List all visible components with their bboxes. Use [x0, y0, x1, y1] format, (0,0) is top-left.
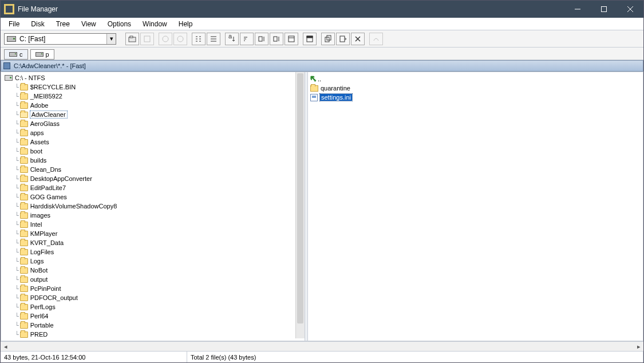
- toolbar-btn-1[interactable]: [125, 33, 139, 45]
- drive-tab-c[interactable]: c: [4, 49, 28, 60]
- maximize-button[interactable]: [591, 1, 617, 18]
- app-icon: [4, 4, 14, 14]
- folder-icon: [20, 332, 28, 338]
- tree-node[interactable]: └AdwCleaner: [5, 110, 302, 119]
- tree-node[interactable]: └PerfLogs: [5, 302, 302, 311]
- folder-icon: [20, 157, 28, 164]
- scroll-left-icon[interactable]: ◂: [1, 342, 10, 351]
- tree-node[interactable]: └Portable: [5, 321, 302, 330]
- drive-tab-p[interactable]: p: [30, 49, 54, 60]
- tree-node[interactable]: └AeroGlass: [5, 119, 302, 128]
- toolbar-sort-5[interactable]: [285, 33, 298, 45]
- folder-icon: [20, 176, 28, 182]
- toolbar-btn-4[interactable]: [173, 33, 187, 45]
- drive-selector[interactable]: C: [Fast] ▾: [4, 33, 116, 45]
- tree-node[interactable]: └output: [5, 275, 302, 284]
- toolbar-copy[interactable]: [321, 33, 335, 45]
- tree-node[interactable]: └KVRT_Data: [5, 238, 302, 247]
- menu-window[interactable]: Window: [137, 19, 173, 29]
- tree-node-label: NoBot: [30, 267, 48, 274]
- svg-text:a: a: [228, 35, 232, 40]
- tree-node[interactable]: └Adobe: [5, 101, 302, 110]
- toolbar-btn-2[interactable]: [140, 33, 154, 45]
- tree-node-label: DesktopAppConverter: [30, 175, 92, 182]
- tree-node[interactable]: └NoBot: [5, 266, 302, 275]
- toolbar-sort-4[interactable]: [270, 33, 283, 45]
- folder-item[interactable]: quarantine: [310, 84, 641, 93]
- toolbar-extra[interactable]: [369, 33, 383, 45]
- menu-view[interactable]: View: [76, 19, 102, 29]
- tree-node[interactable]: └HarddiskVolumeShadowCopy8: [5, 202, 302, 211]
- tree-node[interactable]: └KMPlayer: [5, 229, 302, 238]
- toolbar-new-window[interactable]: [303, 33, 317, 45]
- folder-icon: [20, 258, 28, 265]
- menu-options[interactable]: Options: [102, 19, 137, 29]
- tree-node[interactable]: └Clean_Dns: [5, 165, 302, 174]
- tree-node[interactable]: └Intel: [5, 220, 302, 229]
- menu-disk[interactable]: Disk: [25, 19, 50, 29]
- tree-node[interactable]: └Assets: [5, 137, 302, 147]
- toolbar-btn-3[interactable]: [159, 33, 172, 45]
- tree-node[interactable]: └_MEI85922: [5, 92, 302, 101]
- folder-icon: [20, 148, 28, 155]
- toolbar-sort-1[interactable]: a: [225, 33, 239, 45]
- folder-icon: [20, 203, 28, 210]
- scroll-right-icon[interactable]: ▸: [634, 342, 643, 351]
- tree-node[interactable]: └GOG Games: [5, 192, 302, 202]
- tree-node[interactable]: └apps: [5, 128, 302, 137]
- minimize-button[interactable]: [564, 1, 591, 18]
- horizontal-scrollbar[interactable]: ◂ ▸: [1, 341, 643, 351]
- close-button[interactable]: [617, 1, 643, 18]
- tree-node[interactable]: └PRED: [5, 330, 302, 339]
- tree-node-label: output: [30, 276, 48, 283]
- tree-node[interactable]: └builds: [5, 156, 302, 165]
- file-item[interactable]: settings.ini: [310, 93, 641, 102]
- toolbar-sort-2[interactable]: [240, 33, 254, 45]
- menu-tree[interactable]: Tree: [50, 19, 76, 29]
- svg-rect-22: [259, 37, 262, 41]
- folder-icon: [20, 93, 28, 100]
- tree-node[interactable]: └$RECYCLE.BIN: [5, 82, 302, 92]
- folder-tree-pane[interactable]: C:\ - NTFS└$RECYCLE.BIN└_MEI85922└Adobe└…: [1, 72, 305, 341]
- tree-node-label: C:\ - NTFS: [15, 74, 45, 81]
- file-updir[interactable]: 🡴..: [310, 74, 641, 84]
- tree-node[interactable]: └images: [5, 211, 302, 220]
- tree-node-label: PcPinPoint: [30, 285, 61, 292]
- tree-node-label: Adobe: [30, 102, 49, 109]
- tree-node[interactable]: └PDFOCR_output: [5, 293, 302, 302]
- tree-node[interactable]: └boot: [5, 147, 302, 156]
- tree-root-node[interactable]: C:\ - NTFS: [5, 73, 302, 82]
- folder-icon: [20, 130, 28, 136]
- tree-node-label: $RECYCLE.BIN: [30, 84, 76, 90]
- folder-icon: [20, 121, 28, 127]
- svg-rect-23: [274, 37, 277, 41]
- status-right: Total 2 file(s) (43 bytes): [187, 352, 643, 362]
- toolbar-move[interactable]: [336, 33, 350, 45]
- toolbar-view-details[interactable]: [207, 33, 220, 45]
- file-icon: [310, 94, 318, 101]
- tree-node[interactable]: └Perl64: [5, 311, 302, 321]
- drive-tab-label: p: [46, 51, 49, 58]
- tree-node-label: PRED: [30, 331, 48, 338]
- drive-tab-label: c: [19, 51, 23, 58]
- menu-file[interactable]: File: [3, 19, 25, 29]
- panel-path-bar[interactable]: C:\AdwCleaner\*.* - [Fast]: [1, 60, 643, 72]
- tree-node[interactable]: └PcPinPoint: [5, 284, 302, 293]
- vertical-scrollbar[interactable]: [295, 72, 305, 338]
- toolbar-delete[interactable]: [351, 33, 365, 45]
- tree-node[interactable]: └Logs: [5, 257, 302, 266]
- tree-node[interactable]: └DesktopAppConverter: [5, 174, 302, 183]
- file-list-pane[interactable]: 🡴..quarantinesettings.ini: [308, 72, 643, 341]
- menu-help[interactable]: Help: [173, 19, 199, 29]
- tree-node-label: Portable: [30, 322, 54, 329]
- toolbar-sort-3[interactable]: [255, 33, 268, 45]
- folder-icon: [20, 112, 28, 118]
- tree-node-label: AeroGlass: [30, 120, 60, 127]
- toolbar-view-name[interactable]: [192, 33, 206, 45]
- menubar: File Disk Tree View Options Window Help: [1, 18, 643, 30]
- tree-node[interactable]: └EditPadLite7: [5, 183, 302, 192]
- tree-node-label: GOG Games: [30, 194, 67, 200]
- folder-icon: [20, 194, 28, 200]
- tree-node[interactable]: └LogFiles: [5, 247, 302, 257]
- chevron-down-icon[interactable]: ▾: [106, 34, 116, 44]
